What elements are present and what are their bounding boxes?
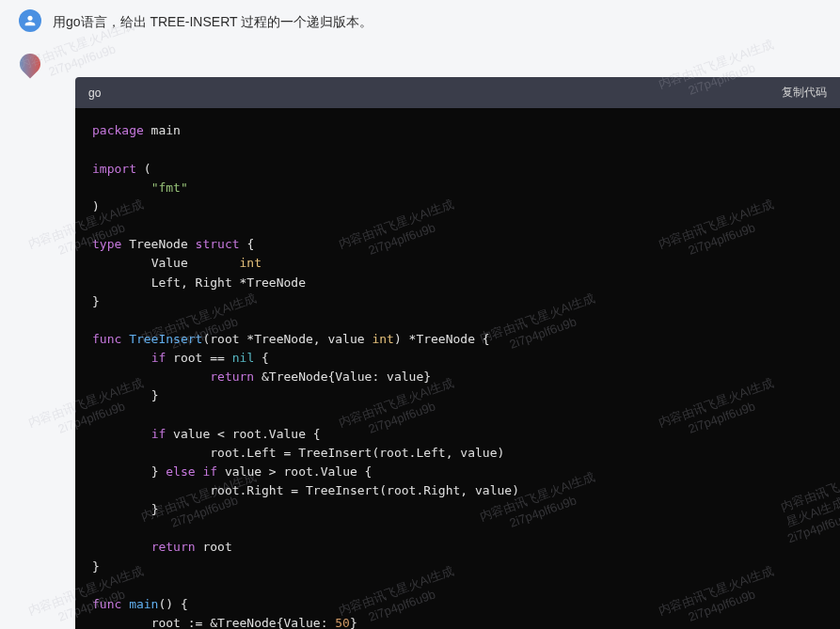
code-token: }	[350, 616, 357, 629]
code-block: go 复制代码 package main import ( "fmt" ) ty…	[75, 77, 840, 629]
code-token: import	[92, 162, 136, 176]
code-token: Left, Right *TreeNode	[151, 275, 306, 290]
code-token: () {	[158, 597, 187, 611]
code-token: int	[372, 332, 393, 346]
code-token: (root *TreeNode, value	[202, 332, 372, 346]
code-token: struct	[196, 237, 240, 251]
code-token: }	[92, 294, 100, 308]
code-token: else	[166, 464, 195, 479]
user-avatar-icon	[19, 9, 41, 32]
code-token: return	[151, 540, 196, 554]
code-token: (	[136, 162, 151, 176]
code-token: type	[92, 237, 121, 251]
code-token: }	[92, 559, 100, 574]
user-message-row: 用go语言，给出 TREE-INSERT 过程的一个递归版本。	[0, 0, 840, 43]
code-token: "fmt"	[151, 181, 188, 195]
code-token: main	[121, 597, 158, 611]
code-token: )	[92, 199, 100, 213]
code-token: &TreeNode{Value: value}	[254, 370, 431, 384]
code-token: if	[151, 427, 166, 441]
assistant-row	[0, 43, 840, 77]
code-token: {	[240, 237, 255, 251]
code-token: root := &TreeNode{Value:	[151, 616, 336, 629]
code-token: Value	[151, 256, 240, 270]
code-token: root.Right = TreeInsert(root.Right, valu…	[210, 483, 519, 497]
code-token: value > root.Value {	[217, 464, 372, 479]
code-token: package	[92, 123, 144, 137]
code-token: TreeInsert	[121, 332, 202, 346]
code-header: go 复制代码	[75, 77, 840, 108]
code-token: root.Left = TreeInsert(root.Left, value)	[210, 446, 504, 460]
code-token: ) *TreeNode {	[394, 332, 490, 346]
user-message-text: 用go语言，给出 TREE-INSERT 过程的一个递归版本。	[53, 9, 372, 32]
code-token: if	[202, 464, 217, 479]
assistant-avatar-icon	[17, 51, 43, 77]
code-token: }	[151, 502, 159, 516]
code-token: int	[240, 256, 262, 270]
copy-code-button[interactable]: 复制代码	[782, 85, 827, 101]
code-token: value < root.Value {	[166, 427, 320, 441]
code-token: root ==	[166, 351, 231, 365]
code-content[interactable]: package main import ( "fmt" ) type TreeN…	[75, 108, 840, 629]
code-token: func	[92, 332, 121, 346]
code-token: nil	[232, 351, 254, 365]
code-token: return	[210, 370, 254, 384]
code-token: func	[92, 597, 121, 611]
code-token: }	[151, 388, 159, 402]
code-language-label: go	[88, 86, 101, 100]
code-token: if	[151, 351, 166, 365]
code-token: main	[144, 123, 181, 137]
code-token: }	[151, 464, 166, 479]
code-token: {	[254, 351, 269, 365]
code-token: 50	[335, 616, 350, 629]
code-token: root	[196, 540, 232, 554]
code-token: TreeNode	[121, 237, 195, 251]
